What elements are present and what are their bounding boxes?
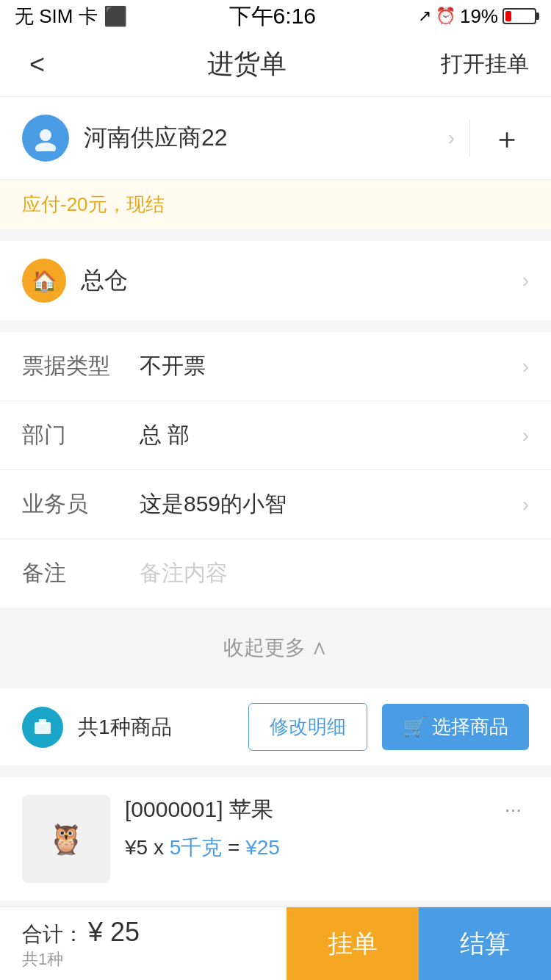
supplier-section: 河南供应商22 › ＋ 应付-20元，现结 [0, 97, 551, 229]
warehouse-icon: 🏠 [22, 259, 66, 303]
product-item: 🦉 [0000001] 苹果 ¥5 x 5千克 = ¥25 ··· [0, 777, 551, 901]
warehouse-section: 🏠 总仓 › [0, 241, 551, 320]
supplier-notice: 应付-20元，现结 [0, 180, 551, 229]
battery-percent: 19% [460, 5, 498, 28]
invoice-type-row[interactable]: 票据类型 不开票 › [0, 332, 551, 401]
add-supplier-button[interactable]: ＋ [485, 118, 529, 159]
supplier-name: 河南供应商22 [84, 122, 441, 154]
total-amount: ¥ 25 [88, 917, 140, 948]
back-button[interactable]: < [22, 42, 52, 87]
alarm-icon: ⏰ [436, 7, 455, 26]
svg-rect-2 [35, 722, 51, 734]
total-count: 共1种 [22, 948, 264, 970]
equals-sign: = [228, 836, 245, 859]
checkout-button[interactable]: 结算 [419, 907, 551, 980]
form-section: 票据类型 不开票 › 部门 总 部 › 业务员 这是859的小智 › 备注 备注… [0, 332, 551, 608]
product-thumbnail: 🦉 [22, 795, 110, 883]
wifi-icon: ⬛ [104, 5, 127, 28]
svg-rect-3 [39, 719, 46, 724]
price-separator: x [154, 836, 170, 859]
status-left: 无 SIM 卡 ⬛ [15, 4, 127, 29]
warehouse-row[interactable]: 🏠 总仓 › [0, 241, 551, 320]
department-chevron-icon: › [522, 424, 529, 447]
remark-row: 备注 备注内容 [0, 539, 551, 608]
collapse-button[interactable]: 收起更多 ∧ [0, 619, 551, 677]
cart-icon: 🛒 [403, 716, 426, 738]
total-section: 合计： ¥ 25 共1种 [0, 907, 287, 980]
total-label: 合计： [22, 920, 84, 948]
status-right: ↗ ⏰ 19% [418, 5, 536, 28]
select-product-button[interactable]: 🛒 选择商品 [382, 704, 529, 750]
remark-label: 备注 [22, 558, 140, 588]
department-value: 总 部 [140, 420, 515, 450]
total-row: 合计： ¥ 25 [22, 917, 264, 948]
page-title: 进货单 [207, 46, 287, 82]
svg-point-0 [40, 129, 51, 141]
invoice-type-label: 票据类型 [22, 351, 140, 381]
product-icon [22, 707, 63, 748]
product-thumb-icon: 🦉 [48, 822, 84, 857]
hang-order-button[interactable]: 挂单 [287, 907, 419, 980]
department-label: 部门 [22, 420, 140, 450]
product-name: [0000001] 苹果 [125, 795, 483, 825]
carrier-text: 无 SIM 卡 [15, 4, 98, 29]
supplier-avatar [22, 115, 69, 162]
warehouse-name: 总仓 [81, 264, 515, 297]
bottom-bar: 合计： ¥ 25 共1种 挂单 结算 [0, 907, 551, 980]
status-time: 下午6:16 [229, 1, 316, 32]
svg-point-1 [35, 143, 56, 151]
product-price: ¥5 x 5千克 = ¥25 [125, 834, 483, 862]
supplier-chevron-icon: › [448, 126, 455, 150]
salesperson-label: 业务员 [22, 489, 140, 519]
more-options-button[interactable]: ··· [497, 795, 529, 824]
price-label: ¥5 [125, 836, 148, 859]
department-row[interactable]: 部门 总 部 › [0, 401, 551, 470]
invoice-type-value: 不开票 [140, 351, 515, 381]
salesperson-value: 这是859的小智 [140, 489, 515, 519]
remark-input[interactable]: 备注内容 [140, 558, 529, 588]
select-product-label: 选择商品 [432, 714, 508, 740]
supplier-row[interactable]: 河南供应商22 › ＋ [0, 97, 551, 180]
total-price-label: ¥25 [245, 836, 280, 859]
product-info: [0000001] 苹果 ¥5 x 5千克 = ¥25 [125, 795, 483, 862]
product-count-label: 共1种商品 [78, 713, 234, 741]
product-header: 共1种商品 修改明细 🛒 选择商品 [0, 688, 551, 765]
nav-bar: < 进货单 打开挂单 [0, 32, 551, 97]
warehouse-chevron-icon: › [522, 269, 529, 292]
battery-icon [503, 8, 536, 24]
collapse-label: 收起更多 ∧ [223, 634, 328, 662]
salesperson-row[interactable]: 业务员 这是859的小智 › [0, 470, 551, 539]
invoice-type-chevron-icon: › [522, 355, 529, 378]
salesperson-chevron-icon: › [522, 493, 529, 516]
open-hang-button[interactable]: 打开挂单 [441, 49, 529, 79]
status-bar: 无 SIM 卡 ⬛ 下午6:16 ↗ ⏰ 19% [0, 0, 551, 32]
quantity-label: 5千克 [170, 836, 223, 859]
edit-detail-button[interactable]: 修改明细 [248, 703, 367, 751]
divider [469, 120, 470, 156]
location-icon: ↗ [418, 7, 431, 26]
